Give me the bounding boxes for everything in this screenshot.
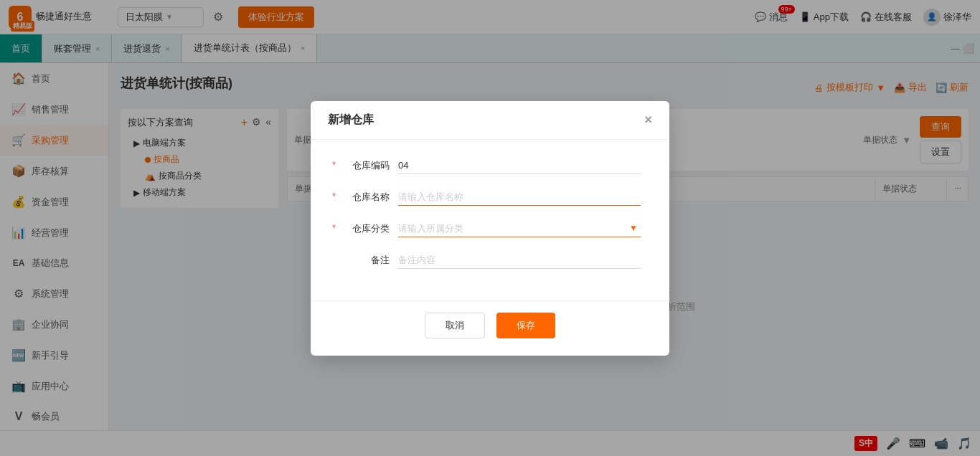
modal-close-button[interactable]: × [644,113,652,126]
form-row-note: 备注 [339,252,641,269]
category-select-wrapper: 请输入所属分类 ▼ [398,220,641,237]
category-label: 仓库分类 [339,222,390,235]
category-select-arrow-icon: ▼ [629,223,638,233]
category-select[interactable]: 请输入所属分类 [398,220,641,237]
modal-footer: 取消 保存 [311,300,669,356]
modal-title: 新增仓库 [328,113,374,128]
name-input[interactable] [398,189,641,206]
form-row-name: 仓库名称 [339,189,641,206]
form-row-category: 仓库分类 请输入所属分类 ▼ [339,220,641,237]
form-row-code: 仓库编码 [339,157,641,174]
modal-body: 仓库编码 仓库名称 仓库分类 请输入所属分类 ▼ 备注 [311,140,669,300]
save-button[interactable]: 保存 [496,313,555,338]
modal-overlay[interactable]: 新增仓库 × 仓库编码 仓库名称 仓库分类 请输入所属分类 ▼ [0,0,980,456]
cancel-button[interactable]: 取消 [425,313,485,338]
warehouse-modal: 新增仓库 × 仓库编码 仓库名称 仓库分类 请输入所属分类 ▼ [311,101,669,356]
note-input[interactable] [398,252,641,269]
code-label: 仓库编码 [339,159,390,172]
modal-header: 新增仓库 × [311,101,669,140]
name-label: 仓库名称 [339,191,390,204]
code-input[interactable] [398,157,641,174]
note-label: 备注 [339,254,390,267]
